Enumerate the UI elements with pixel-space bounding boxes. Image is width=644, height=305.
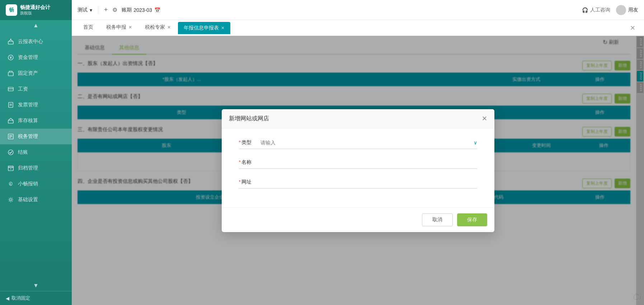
modal-field-type-label: *类型 — [239, 139, 260, 146]
invoice-icon — [7, 101, 14, 108]
modal-add-website: 新增网站或网店 ✕ *类型 ∨ — [222, 109, 494, 232]
tab-home[interactable]: 首页 — [77, 21, 99, 34]
modal-name-input[interactable] — [260, 160, 477, 165]
sidebar-item-fund[interactable]: ¥ 资金管理 — [0, 50, 72, 65]
tab-home-label: 首页 — [83, 24, 93, 31]
sidebar-item-cloud-report[interactable]: 云报表中心 — [0, 34, 72, 50]
sidebar: 畅 畅捷通好会计 旗舰版 ▲ 云报表中心 ¥ 资金管理 固定资产 — [0, 0, 72, 305]
tab-tax-filing-close[interactable]: ✕ — [128, 25, 132, 30]
topbar-right: 🎧 人工咨询 用友 — [582, 5, 638, 15]
svg-point-19 — [10, 199, 12, 201]
modal-close-button[interactable]: ✕ — [482, 115, 487, 122]
modal-overlay: 新增网站或网店 ✕ *类型 ∨ — [72, 36, 644, 305]
settings-button[interactable]: ⚙ — [112, 6, 117, 13]
sidebar-item-salary[interactable]: 工资 — [0, 81, 72, 97]
sidebar-nav: 云报表中心 ¥ 资金管理 固定资产 工资 发票管理 — [0, 31, 72, 280]
logo-icon: 畅 — [6, 4, 17, 16]
consult-icon: 🎧 — [582, 7, 588, 13]
sidebar-item-label-tax: 税务管理 — [18, 133, 38, 140]
salary-icon — [7, 86, 14, 93]
company-dropdown-icon: ▾ — [90, 7, 92, 13]
sidebar-item-tax[interactable]: 税务管理 — [0, 129, 72, 144]
topbar: 测试 ▾ + ⚙ 账期 2023-03 📅 🎧 人工咨询 用友 — [72, 0, 644, 20]
sidebar-item-archive[interactable]: 归档管理 — [0, 160, 72, 176]
archive-icon — [7, 165, 14, 172]
main-area: 测试 ▾ + ⚙ 账期 2023-03 📅 🎧 人工咨询 用友 首页 — [72, 0, 644, 305]
sidebar-item-inventory[interactable]: 库存核算 — [0, 113, 72, 129]
tabbar: 首页 税务申报 ✕ 税检专家 ✕ 年报信息申报表 ✕ ✕ — [72, 20, 644, 36]
topbar-divider-1 — [98, 6, 98, 14]
svg-text:¥: ¥ — [9, 56, 12, 60]
sidebar-scroll-down[interactable]: ▼ — [0, 280, 72, 291]
add-company-button[interactable]: + — [104, 6, 108, 14]
sidebar-item-invoice[interactable]: 发票管理 — [0, 97, 72, 113]
modal-type-dropdown-icon[interactable]: ∨ — [474, 140, 477, 145]
consult-button[interactable]: 🎧 人工咨询 — [582, 7, 610, 13]
modal-field-name: *名称 — [239, 159, 477, 169]
xiaochang-icon: © — [7, 180, 14, 188]
sidebar-item-label-archive: 归档管理 — [18, 165, 38, 171]
svg-rect-0 — [8, 41, 13, 44]
period-label: 账期 — [122, 7, 132, 13]
sidebar-item-fixed-assets[interactable]: 固定资产 — [0, 65, 72, 81]
tax-icon — [7, 133, 14, 140]
logo-text: 畅捷通好会计 旗舰版 — [20, 4, 50, 16]
modal-header: 新增网站或网店 ✕ — [222, 109, 494, 129]
modal-field-name-label: *名称 — [239, 159, 260, 166]
modal-footer: 取消 保存 — [222, 207, 494, 232]
tab-tax-inspection-close[interactable]: ✕ — [167, 25, 171, 30]
period-value: 2023-03 — [134, 7, 152, 13]
modal-body: *类型 ∨ *名称 *网址 — [222, 129, 494, 207]
modal-field-url-label: *网址 — [239, 179, 260, 185]
tab-annual-report-label: 年报信息申报表 — [184, 25, 219, 31]
svg-point-15 — [8, 150, 13, 155]
sidebar-item-label-inventory: 库存核算 — [18, 117, 38, 124]
tab-tax-filing-label: 税务申报 — [106, 24, 126, 31]
consult-label: 人工咨询 — [590, 7, 610, 13]
sidebar-logo: 畅 畅捷通好会计 旗舰版 — [0, 0, 72, 20]
close-all-button[interactable]: ✕ — [630, 24, 635, 32]
sidebar-footer[interactable]: ◀ 取消固定 — [0, 291, 72, 305]
tab-tax-inspection-label: 税检专家 — [145, 24, 165, 31]
sidebar-footer-icon: ◀ — [6, 296, 9, 301]
user-label: 用友 — [628, 7, 638, 13]
cloud-report-icon — [7, 38, 14, 45]
svg-rect-5 — [8, 87, 13, 91]
svg-rect-10 — [8, 120, 13, 123]
user-avatar — [616, 5, 626, 15]
sidebar-item-label-fixed-assets: 固定资产 — [18, 70, 38, 77]
sidebar-item-label-salary: 工资 — [18, 86, 28, 92]
modal-cancel-button[interactable]: 取消 — [422, 213, 453, 226]
company-selector[interactable]: 测试 ▾ — [77, 7, 92, 13]
sidebar-item-label-fund: 资金管理 — [18, 54, 38, 61]
modal-field-url: *网址 — [239, 179, 477, 189]
tab-annual-report-close[interactable]: ✕ — [221, 26, 225, 31]
svg-rect-4 — [8, 72, 13, 76]
sidebar-item-xiao-chang[interactable]: © 小畅报销 — [0, 176, 72, 192]
inventory-icon — [7, 117, 14, 124]
modal-title: 新增网站或网店 — [229, 115, 269, 123]
modal-url-input[interactable] — [260, 179, 477, 185]
modal-type-input[interactable] — [260, 140, 474, 145]
tab-tax-inspection[interactable]: 税检专家 ✕ — [139, 21, 177, 34]
tab-tax-filing[interactable]: 税务申报 ✕ — [100, 21, 138, 34]
sidebar-item-label-base-settings: 基础设置 — [18, 197, 38, 203]
checkout-icon — [7, 149, 14, 156]
sidebar-item-checkout[interactable]: 结账 — [0, 144, 72, 160]
company-name: 测试 — [77, 7, 88, 13]
calendar-icon[interactable]: 📅 — [154, 7, 160, 13]
content-area: ↻ 刷新 基础信息 其他信息 一、股东（发起人）出资情况【否】 复制上年度 新增 — [72, 36, 644, 305]
period-info: 账期 2023-03 📅 — [122, 7, 160, 13]
sidebar-item-label-xiao-chang: 小畅报销 — [18, 181, 38, 187]
sidebar-scroll-up[interactable]: ▲ — [0, 20, 72, 31]
sidebar-item-label-cloud-report: 云报表中心 — [18, 38, 43, 45]
user-menu[interactable]: 用友 — [616, 5, 638, 15]
sidebar-footer-label: 取消固定 — [11, 295, 30, 301]
modal-field-type: *类型 ∨ — [239, 139, 477, 149]
sidebar-item-base-settings[interactable]: 基础设置 — [0, 192, 72, 208]
modal-save-button[interactable]: 保存 — [457, 213, 487, 226]
sidebar-item-label-checkout: 结账 — [18, 149, 28, 156]
svg-rect-7 — [9, 102, 13, 107]
fund-icon: ¥ — [7, 54, 14, 61]
tab-annual-report[interactable]: 年报信息申报表 ✕ — [178, 22, 230, 34]
